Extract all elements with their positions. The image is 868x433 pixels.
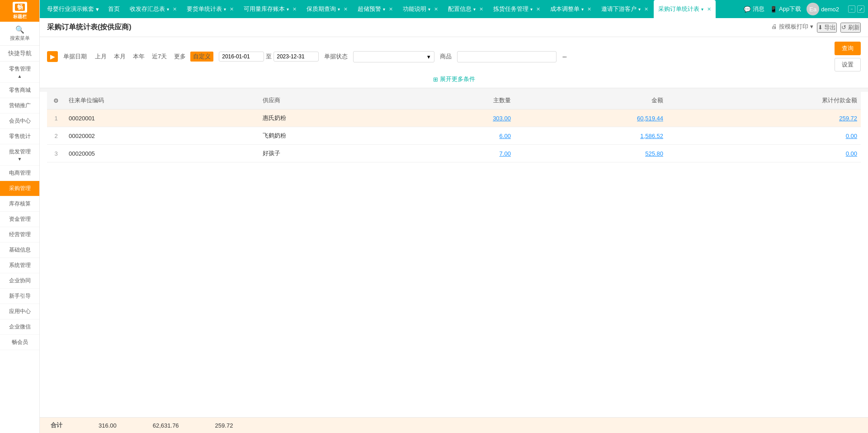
export-button[interactable]: ⬇ 导出 (817, 23, 837, 33)
message-btn[interactable]: 💬 消息 (744, 5, 764, 13)
quick-nav-item[interactable]: 快捷导航 (0, 46, 39, 62)
table-row[interactable]: 1 00020001 惠氏奶粉 303.00 60,519.44 259.72 (47, 109, 861, 127)
date-shortcuts: 上月 本月 本年 近7天 更多 自定义 (92, 52, 213, 62)
date-from-input[interactable] (219, 52, 264, 62)
maximize-button[interactable]: ⤢ (857, 5, 864, 13)
dropdown-arrow-icon: ▾ (224, 7, 226, 12)
logo-text: 标题栏 (13, 14, 27, 20)
sidebar-item-marketing[interactable]: 营销推广 (0, 98, 39, 114)
data-table: ⚙ 往来单位编码 供应商 主数量 金额 累计付款金额 1 00020001 惠氏… (47, 92, 861, 162)
tab-home[interactable]: 首页 (104, 0, 124, 18)
sidebar-item-purchase-mgmt[interactable]: 采购管理 (0, 181, 39, 196)
main-area: 母婴行业演示账套 ▾ 首页 收发存汇总表 ▾ ✕ 要货单统计表 ▾ ✕ 可用量库… (40, 0, 868, 433)
col-settings: ⚙ (47, 92, 65, 109)
tab-pick-task[interactable]: 拣货任务管理 ▾ ✕ (489, 0, 545, 18)
table-row[interactable]: 3 00020005 好孩子 7.00 525.80 0.00 (47, 145, 861, 162)
shortcut-this-year[interactable]: 本年 (130, 52, 147, 62)
close-icon[interactable]: ✕ (479, 6, 483, 12)
sidebar-item-label: 库存核算 (9, 200, 31, 208)
filter-expand-button[interactable]: ▶ (47, 51, 58, 62)
sidebar-item-wholesale-mgmt[interactable]: 批发管理 ▼ (0, 144, 39, 166)
col-qty: 主数量 (399, 92, 514, 109)
dropdown-arrow-icon: ▾ (167, 7, 169, 12)
tab-cost-adjust[interactable]: 成本调整单 ▾ ✕ (546, 0, 596, 18)
close-icon[interactable]: ✕ (389, 6, 393, 12)
close-icon[interactable]: ✕ (644, 6, 648, 12)
sidebar-item-stock-check[interactable]: 库存核算 (0, 196, 39, 212)
tab-available-stock[interactable]: 可用量库存账本 ▾ ✕ (239, 0, 301, 18)
sidebar-item-ops-mgmt[interactable]: 经营管理 (0, 227, 39, 243)
close-icon[interactable]: ✕ (587, 6, 591, 12)
footer-qty: 316.00 (99, 422, 117, 429)
dropdown-arrow-icon: ▾ (473, 7, 476, 12)
cell-paid: 0.00 (667, 127, 861, 145)
tab-shelf-query[interactable]: 保质期查询 ▾ ✕ (302, 0, 352, 18)
shortcut-this-month[interactable]: 本月 (111, 52, 128, 62)
status-filter-select[interactable]: ▾ (353, 51, 434, 62)
quick-nav-label: 快捷导航 (8, 50, 32, 57)
cell-code: 00020001 (65, 109, 259, 127)
tab-overstock-alert[interactable]: 超储预警 ▾ ✕ (353, 0, 397, 18)
sidebar-item-member[interactable]: 畅会员 (0, 335, 39, 350)
shortcut-last-month[interactable]: 上月 (92, 52, 109, 62)
dropdown-arrow-icon: ▾ (810, 23, 813, 30)
tab-collect-pay[interactable]: 收发存汇总表 ▾ ✕ (125, 0, 181, 18)
shortcut-more[interactable]: 更多 (171, 52, 189, 62)
sidebar-item-label: 企业协同 (9, 277, 31, 285)
minimize-button[interactable]: － (848, 5, 855, 13)
refresh-button[interactable]: ↺ 刷新 (840, 23, 861, 33)
sidebar-item-label: 畅会员 (12, 338, 28, 346)
query-button[interactable]: 查询 (835, 42, 861, 55)
expand-more-button[interactable]: ⊞ 展开更多条件 (433, 75, 475, 83)
cell-index: 1 (47, 109, 65, 127)
date-to-input[interactable] (274, 52, 319, 62)
user-avatar-btn[interactable]: Ea demo2 (807, 3, 839, 15)
template-print-button[interactable]: 🖨 按模板打印 ▾ (771, 23, 813, 31)
sidebar-item-enterprise-coop[interactable]: 企业协同 (0, 273, 39, 289)
tab-label: 可用量库存账本 (244, 5, 285, 13)
close-icon[interactable]: ✕ (230, 6, 234, 12)
sidebar-item-label: 电商管理 (9, 169, 31, 177)
sidebar-item-label: 经营管理 (9, 231, 31, 238)
tab-purchase-stats[interactable]: 采购订单统计表 ▾ ✕ (654, 0, 716, 18)
cell-code: 00020002 (65, 127, 259, 145)
tab-invite-downstream[interactable]: 邀请下游客户 ▾ ✕ (597, 0, 653, 18)
close-icon[interactable]: ✕ (344, 6, 348, 12)
close-icon[interactable]: ✕ (434, 6, 438, 12)
sidebar-item-retail-shop[interactable]: 零售商城 (0, 83, 39, 98)
sidebar-item-retail-mgmt[interactable]: 零售管理 ▲ (0, 62, 39, 83)
sidebar-item-basic-info[interactable]: 基础信息 (0, 243, 39, 258)
table-footer: 合计 316.00 62,631.76 259.72 (40, 417, 868, 433)
sidebar-item-app-center[interactable]: 应用中心 (0, 304, 39, 319)
close-icon[interactable]: ✕ (707, 6, 711, 12)
search-icon: 🔍 (15, 25, 24, 34)
close-icon[interactable]: ✕ (173, 6, 177, 12)
filter-expand-row: ⊞ 展开更多条件 (47, 75, 861, 83)
setting-button[interactable]: 设置 (835, 58, 861, 71)
sidebar-item-sys-mgmt[interactable]: 系统管理 (0, 258, 39, 273)
tab-func-desc[interactable]: 功能说明 ▾ ✕ (398, 0, 443, 18)
tab-goods-stats[interactable]: 要货单统计表 ▾ ✕ (182, 0, 238, 18)
close-icon[interactable]: ✕ (292, 6, 297, 12)
goods-filter-input[interactable] (457, 51, 557, 62)
tab-config-info[interactable]: 配置信息 ▾ ✕ (443, 0, 488, 18)
sidebar-item-label: 营销推广 (9, 102, 31, 109)
sidebar-item-label: 零售商城 (9, 86, 31, 94)
app-download-btn[interactable]: 📱 App下载 (770, 5, 801, 13)
sidebar-item-member-center[interactable]: 会员中心 (0, 114, 39, 129)
cell-index: 3 (47, 145, 65, 162)
table-row[interactable]: 2 00020002 飞鹤奶粉 6.00 1,586.52 0.00 (47, 127, 861, 145)
sidebar-item-new-guide[interactable]: 新手引导 (0, 289, 39, 304)
sidebar-item-enterprise-wx[interactable]: 企业微信 (0, 319, 39, 335)
footer-paid: 259.72 (215, 422, 233, 429)
store-selector[interactable]: 母婴行业演示账套 ▾ (43, 5, 103, 13)
sidebar-item-fund-mgmt[interactable]: 资金管理 (0, 212, 39, 227)
sidebar-item-retail-stats[interactable]: 零售统计 (0, 129, 39, 144)
table-header-row: ⚙ 往来单位编码 供应商 主数量 金额 累计付款金额 (47, 92, 861, 109)
more-filter-button[interactable]: ··· (562, 52, 566, 62)
shortcut-7days[interactable]: 近7天 (149, 52, 170, 62)
search-menu-item[interactable]: 🔍 搜索菜单 (0, 22, 39, 46)
close-icon[interactable]: ✕ (536, 6, 540, 12)
sidebar-item-ecom-mgmt[interactable]: 电商管理 (0, 166, 39, 181)
svg-text:畅: 畅 (17, 4, 23, 10)
